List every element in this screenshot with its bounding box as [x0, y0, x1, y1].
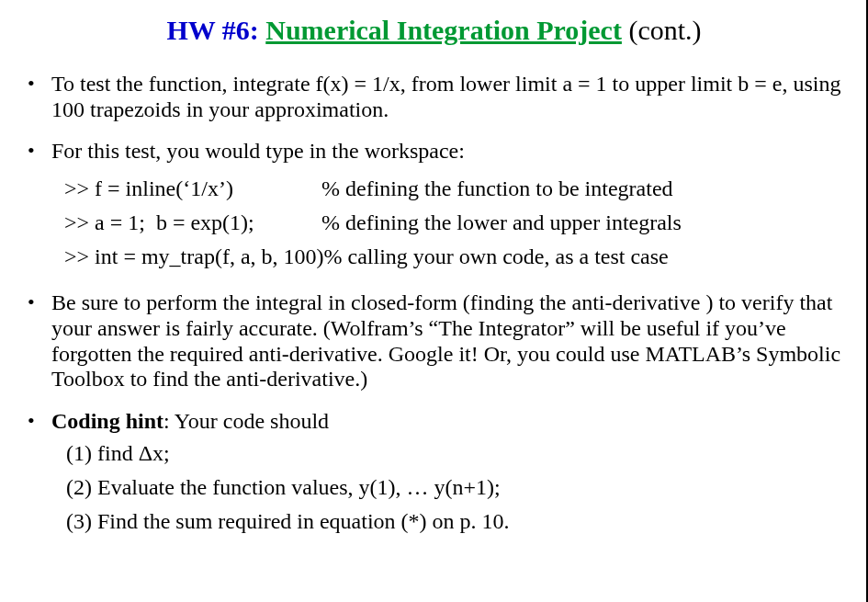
- code-line-3: >> int = my_trap(f, a, b, 100)% calling …: [64, 240, 848, 274]
- code-line-1: >> f = inline(‘1/x’)% defining the funct…: [64, 172, 848, 206]
- hint-step-2: (2) Evaluate the function values, y(1), …: [66, 471, 848, 504]
- coding-hint-label: Coding hint: [51, 409, 163, 433]
- bullet-closed-form: Be sure to perform the integral in close…: [26, 290, 848, 392]
- code-comment: % calling your own code, as a test case: [324, 244, 669, 268]
- bullet-test-function: To test the function, integrate f(x) = 1…: [26, 72, 848, 122]
- bullet-list: To test the function, integrate f(x) = 1…: [20, 72, 848, 538]
- continued-label: (cont.): [622, 15, 702, 45]
- code-comment: % defining the function to be integrated: [321, 176, 673, 200]
- coding-hint-steps: (1) find Δx; (2) Evaluate the function v…: [66, 437, 848, 537]
- slide-title: HW #6: Numerical Integration Project (co…: [20, 15, 848, 46]
- hint-step-1: (1) find Δx;: [66, 437, 848, 470]
- code-line-2: >> a = 1; b = exp(1);% defining the lowe…: [64, 206, 848, 240]
- bullet-text: For this test, you would type in the wor…: [51, 139, 465, 163]
- code-cmd: >> int = my_trap(f, a, b, 100): [64, 240, 324, 274]
- code-cmd: >> a = 1; b = exp(1);: [64, 206, 321, 240]
- bullet-coding-hint: Coding hint: Your code should (1) find Δ…: [26, 409, 848, 538]
- hint-step-3: (3) Find the sum required in equation (*…: [66, 505, 848, 538]
- code-comment: % defining the lower and upper integrals: [321, 210, 682, 234]
- bullet-workspace-commands: For this test, you would type in the wor…: [26, 139, 848, 274]
- bullet-text: Be sure to perform the integral in close…: [51, 290, 840, 391]
- code-block: >> f = inline(‘1/x’)% defining the funct…: [64, 172, 848, 275]
- hw-number: HW #6:: [166, 15, 258, 45]
- code-cmd: >> f = inline(‘1/x’): [64, 172, 321, 206]
- project-title-link: Numerical Integration Project: [265, 15, 622, 45]
- bullet-text: To test the function, integrate f(x) = 1…: [51, 72, 840, 121]
- coding-hint-rest: : Your code should: [163, 409, 329, 433]
